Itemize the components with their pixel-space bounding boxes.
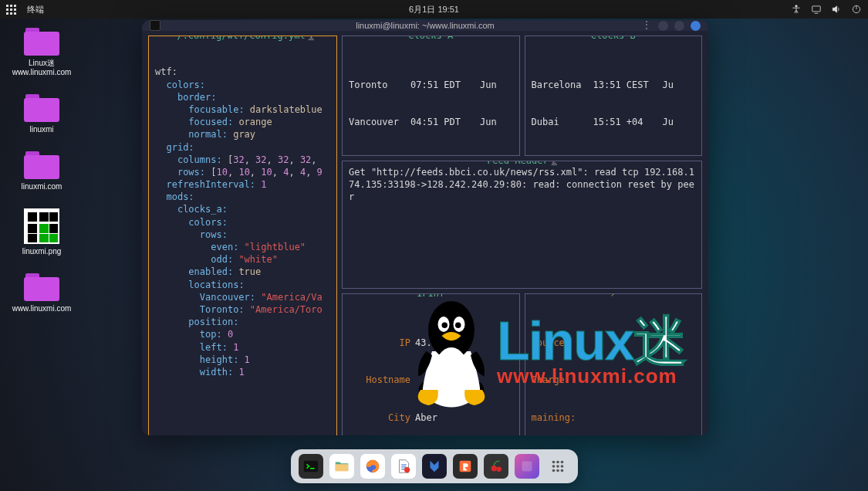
top-panel: 终端 6月1日 19:51 xyxy=(0,0,868,19)
power-icon[interactable] xyxy=(851,4,862,15)
pane-clocks-b[interactable]: Clocks B Barcelona13:51 CESTJu Dubai15:5… xyxy=(525,36,703,156)
maximize-button[interactable] xyxy=(674,21,684,31)
clock-row: Vancouver04:51 PDTJun xyxy=(349,116,513,128)
feed-error-text: Get "http://feeds.bbci.co.uk/news/rss.xm… xyxy=(349,166,695,204)
qr-icon xyxy=(24,208,59,244)
pane-title: Clocks A xyxy=(404,36,458,42)
svg-point-13 xyxy=(404,467,409,472)
dock-show-apps[interactable] xyxy=(545,454,570,479)
desktop-folder[interactable]: Linux迷 www.linuxmi.com xyxy=(11,28,73,77)
pane-feed-reader[interactable]: Feed Reader2 Get "http://feeds.bbci.co.u… xyxy=(342,161,702,289)
svg-point-25 xyxy=(556,469,559,472)
clock-row: Paris13:51 CESTJu xyxy=(532,154,696,156)
pane-config[interactable]: ~/.config/wtf/config.yml1 wtf: colors: b… xyxy=(148,36,337,435)
dock-metasploit[interactable] xyxy=(422,454,447,479)
volume-icon[interactable] xyxy=(831,4,842,15)
dock-cherrytree[interactable] xyxy=(484,454,508,479)
desktop-folder[interactable]: linuxmi.com xyxy=(11,151,73,191)
svg-rect-11 xyxy=(335,464,348,471)
svg-point-26 xyxy=(560,469,563,472)
dock-burpsuite[interactable] xyxy=(453,454,478,479)
dock[interactable] xyxy=(291,449,578,483)
minimize-button[interactable] xyxy=(658,21,668,31)
dock-firefox[interactable] xyxy=(360,454,385,479)
folder-icon xyxy=(24,273,59,301)
svg-point-0 xyxy=(795,5,797,7)
svg-rect-17 xyxy=(522,462,532,472)
activities-icon[interactable] xyxy=(6,5,16,15)
window-title: linuxmi@linuxmi: ~/www.linuxmi.com xyxy=(356,21,495,30)
display-icon[interactable] xyxy=(811,4,822,15)
bolt-icon: ⚡ xyxy=(610,293,616,299)
pane-title: IPInf xyxy=(412,293,449,300)
svg-point-18 xyxy=(552,461,555,464)
titlebar[interactable]: linuxmi@linuxmi: ~/www.linuxmi.com ⋮ xyxy=(142,20,708,31)
dock-terminal[interactable] xyxy=(299,454,323,479)
terminal-app-icon xyxy=(150,20,160,31)
svg-point-23 xyxy=(560,465,563,468)
pane-title: ⚡ xyxy=(606,293,620,300)
terminal-body[interactable]: ~/.config/wtf/config.yml1 wtf: colors: b… xyxy=(142,31,708,435)
pane-title: ~/.config/wtf/config.yml1 xyxy=(167,36,319,42)
svg-point-15 xyxy=(491,466,496,471)
desktop-icons: Linux迷 www.linuxmi.com linuxmi linuxmi.c… xyxy=(11,28,73,313)
terminal-window[interactable]: linuxmi@linuxmi: ~/www.linuxmi.com ⋮ ~/.… xyxy=(142,20,708,435)
accessibility-icon[interactable] xyxy=(791,4,802,15)
active-app-title[interactable]: 终端 xyxy=(27,4,44,15)
dock-files[interactable] xyxy=(329,454,354,479)
svg-point-16 xyxy=(496,466,501,471)
pane-clocks-a[interactable]: Clocks A Toronto07:51 EDTJun Vancouver04… xyxy=(342,36,520,156)
desktop-folder[interactable]: linuxmi xyxy=(11,94,73,134)
svg-point-24 xyxy=(552,469,555,472)
pane-title: Feed Reader2 xyxy=(482,161,562,167)
svg-point-22 xyxy=(556,465,559,468)
desktop-file-qr[interactable]: linuxmi.png xyxy=(11,208,73,256)
panel-clock[interactable]: 6月1日 19:51 xyxy=(409,4,459,15)
svg-rect-1 xyxy=(812,6,821,12)
svg-point-19 xyxy=(556,461,559,464)
svg-rect-10 xyxy=(303,461,317,472)
folder-icon xyxy=(24,28,59,56)
desktop-folder[interactable]: www.linuxmi.com xyxy=(11,273,73,313)
pane-power[interactable]: ⚡ Source Charge maining: State: xyxy=(525,293,703,435)
dock-app-purple[interactable] xyxy=(515,454,539,479)
close-button[interactable] xyxy=(691,21,701,31)
menu-icon[interactable]: ⋮ xyxy=(641,21,652,31)
folder-icon xyxy=(24,94,59,122)
clock-row: Dubai15:51 +04Ju xyxy=(532,116,696,128)
clock-row: Toronto07:51 EDTJun xyxy=(349,79,513,91)
clock-row: Barcelona13:51 CESTJu xyxy=(532,79,696,91)
svg-point-21 xyxy=(552,465,555,468)
folder-icon xyxy=(24,151,59,179)
pane-title: Clocks B xyxy=(586,36,640,42)
pane-ipinfo[interactable]: IPInf IP43.249 Hostname CityAber RegionS… xyxy=(342,293,520,435)
svg-point-20 xyxy=(560,461,563,464)
dock-text-editor[interactable] xyxy=(391,454,416,479)
